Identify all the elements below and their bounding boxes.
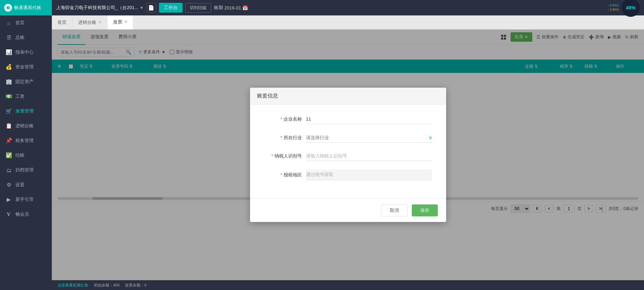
invoice-icon: 🛒 [6,108,12,114]
cancel-button[interactable]: 取消 [381,204,408,216]
company-selector[interactable]: 上海卯金刀电子科技有限公司_（台201... ▼ [56,5,144,11]
sidebar-item-label: 报表中心 [15,49,34,55]
initial-balance-text: 初始余额：400 [94,283,119,288]
speed-down: ↓ 2.6K/s [607,8,619,12]
sidebar-item-label: 总账 [15,34,25,41]
speed-up: ↑ 8.5K/s [607,4,619,8]
bottom-bar: 点击查看近期公告 初始余额：400 发票余额：0 [52,280,644,290]
tax-region-label: * 报税地区 [264,172,306,178]
topbar: 上海卯金刀电子科技有限公司_（台201... ▼ 📄 工作台 切到旧版 账期 2… [52,0,644,15]
dialog-body: * 企业名称 * 所在行业 ∨ [250,104,446,198]
sidebar-item-settings[interactable]: ⚙ 设置 [0,177,52,192]
period-display: 账期 2016-01 📅 [214,5,248,11]
sidebar-item-guide[interactable]: ▶ 新手引导 [0,192,52,207]
sidebar-item-invoice[interactable]: 🛒 发票管理 [0,104,52,119]
salary-icon: 💵 [6,93,12,100]
sidebar-item-checkout[interactable]: ✅ 结账 [0,148,52,163]
home-icon: ⌂ [6,20,12,26]
tax-region-required: * [281,172,282,177]
tab-purchase-sales-close-icon[interactable]: ✕ [98,20,102,25]
fixed-assets-icon: 🏢 [6,79,12,85]
tab-home[interactable]: 首页 [52,15,72,29]
company-arrow-icon: ▼ [140,6,144,10]
industry-select-input[interactable] [306,135,429,140]
logo-icon: 畅 [4,4,12,12]
sidebar-item-label: 畅会员 [15,211,29,217]
tabs-bar: 首页 进销台账 ✕ 发票 ✕ [52,15,644,29]
tax-region-readonly: 通过税号获取 [306,169,432,180]
announcement-link[interactable]: 点击查看近期公告 [57,283,88,288]
tax-id-input[interactable] [306,151,432,161]
sidebar-item-archive[interactable]: 🗂 归档管理 [0,163,52,177]
sidebar-item-label: 发票管理 [15,108,34,114]
sidebar-item-tax[interactable]: 📌 税务管理 [0,133,52,148]
tab-home-label: 首页 [57,19,67,26]
main-area: 上海卯金刀电子科技有限公司_（台201... ▼ 📄 工作台 切到旧版 账期 2… [52,0,644,290]
tab-purchase-sales[interactable]: 进销台账 ✕ [72,15,108,29]
sidebar-item-salary[interactable]: 💵 工资 [0,89,52,104]
period-value: 2016-01 [224,5,241,11]
tax-id-row: * 纳税人识别号 [264,151,432,161]
document-icon[interactable]: 📄 [146,3,156,13]
speed-indicator: 49% [622,0,640,17]
industry-required: * [281,135,282,140]
calendar-icon[interactable]: 📅 [242,5,248,11]
dialog-title: 账套信息 [250,88,446,104]
tax-region-row: * 报税地区 通过税号获取 [264,169,432,180]
industry-select-wrapper[interactable]: ∨ [306,133,432,143]
topbar-right: ↑ 8.5K/s ↓ 2.6K/s 49% [607,0,640,17]
sidebar-item-ledger[interactable]: ☰ 总账 [0,30,52,45]
company-name-label: * 企业名称 [264,116,306,122]
sidebar-item-label: 设置 [15,182,25,188]
company-name-row: * 企业名称 [264,114,432,124]
dialog-footer: 取消 保存 [250,198,446,222]
sidebar-item-home[interactable]: ⌂ 首页 [0,15,52,30]
app-logo: 畅 畅康通易代账 [0,0,52,15]
sidebar-item-label: 工资 [15,93,25,100]
settings-icon: ⚙ [6,182,12,188]
sidebar-item-funds[interactable]: 💰 资金管理 [0,60,52,74]
archive-icon: 🗂 [6,167,12,173]
ledger-icon: ☰ [6,34,12,41]
speed-percent: 49% [626,5,636,11]
vip-icon: V [6,211,12,217]
industry-row: * 所在行业 ∨ [264,133,432,143]
sidebar-item-fixed-assets[interactable]: 🏢 固定资产 [0,74,52,89]
tax-id-required: * [271,153,273,159]
tab-invoice-close-icon[interactable]: ✕ [124,20,127,24]
tab-purchase-sales-label: 进销台账 [78,19,96,26]
period-label: 账期 [214,5,223,11]
sidebar-item-label: 结账 [15,152,25,159]
company-name: 上海卯金刀电子科技有限公司_（台201... [56,5,138,11]
sidebar: 畅 畅康通易代账 ⌂ 首页 ☰ 总账 📊 报表中心 💰 资金管理 🏢 固定资产 … [0,0,52,290]
invoice-balance-text: 发票余额：0 [125,283,146,288]
funds-icon: 💰 [6,64,12,70]
old-version-button[interactable]: 切到旧版 [185,3,211,13]
tab-invoice[interactable]: 发票 ✕ [108,15,133,29]
sidebar-item-label: 新手引导 [15,196,34,203]
checkout-icon: ✅ [6,152,12,159]
company-name-input[interactable] [306,114,432,124]
sidebar-item-label: 税务管理 [15,137,34,144]
company-name-required: * [281,116,282,122]
reports-icon: 📊 [6,49,12,55]
sidebar-item-label: 资金管理 [15,64,34,70]
workspace-button[interactable]: 工作台 [159,3,182,13]
sidebar-item-reports[interactable]: 📊 报表中心 [0,45,52,60]
sidebar-item-label: 进销台账 [15,123,34,129]
purchase-sales-icon: 📋 [6,123,12,129]
tax-icon: 📌 [6,137,12,144]
account-info-dialog: 账套信息 * 企业名称 * 所在行业 [250,88,446,222]
content-area: 销项发票 进项发票 费用小票 取票 ▼ ☰ 批量操作 [52,29,644,280]
sidebar-item-purchase-sales[interactable]: 📋 进销台账 [0,119,52,133]
sidebar-item-vip[interactable]: V 畅会员 [0,207,52,222]
tax-id-label: * 纳税人识别号 [264,153,306,159]
industry-label: * 所在行业 [264,135,306,141]
industry-dropdown-icon[interactable]: ∨ [429,135,432,140]
dialog-overlay: 账套信息 * 企业名称 * 所在行业 [52,29,644,280]
speed-info: ↑ 8.5K/s ↓ 2.6K/s [607,4,619,12]
save-button[interactable]: 保存 [412,204,438,216]
sidebar-item-label: 固定资产 [15,79,34,85]
app-name: 畅康通易代账 [14,5,41,11]
sidebar-item-label: 首页 [15,20,25,26]
